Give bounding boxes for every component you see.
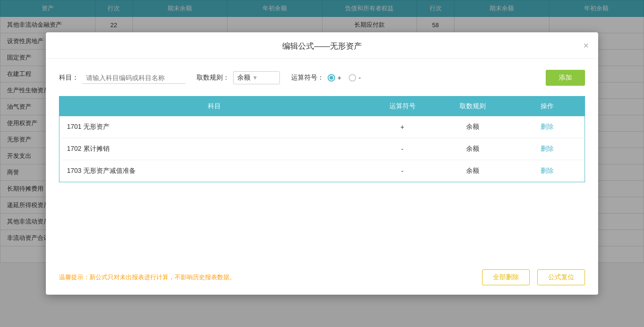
operator-group: 运算符号： + - bbox=[291, 74, 361, 82]
footer-buttons: 全部删除 公式复位 bbox=[482, 269, 585, 285]
modal-overlay: 编辑公式——无形资产 × 科目： 取数规则： 余额 ▼ 运 bbox=[0, 0, 644, 327]
close-button[interactable]: × bbox=[583, 41, 589, 50]
radio-minus-label: - bbox=[359, 74, 361, 82]
row1-rule: 余额 bbox=[435, 116, 510, 138]
operator-radio-group: + - bbox=[328, 74, 361, 82]
modal-header: 编辑公式——无形资产 × bbox=[46, 32, 598, 59]
reset-button[interactable]: 公式复位 bbox=[537, 269, 585, 285]
delete-all-button[interactable]: 全部删除 bbox=[482, 269, 530, 285]
radio-plus-circle bbox=[328, 74, 335, 82]
table-row: 1703 无形资产减值准备 - 余额 删除 bbox=[59, 160, 585, 182]
delete-link-1[interactable]: 删除 bbox=[541, 123, 554, 130]
modal-footer: 温馨提示：新公式只对未出报表进行计算，不影响历史报表数据。 全部删除 公式复位 bbox=[46, 262, 598, 295]
subject-label: 科目： bbox=[59, 74, 79, 82]
radio-plus-label: + bbox=[337, 74, 341, 82]
add-button[interactable]: 添加 bbox=[546, 70, 585, 86]
row2-operator: - bbox=[370, 138, 435, 160]
modal-dialog: 编辑公式——无形资产 × 科目： 取数规则： 余额 ▼ 运 bbox=[46, 32, 598, 295]
th-subject: 科目 bbox=[59, 97, 370, 117]
row3-operator: - bbox=[370, 160, 435, 182]
table-row: 1701 无形资产 + 余额 删除 bbox=[59, 116, 585, 138]
row1-operator: + bbox=[370, 116, 435, 138]
rule-select[interactable]: 余额 ▼ bbox=[233, 71, 280, 84]
subject-input[interactable] bbox=[82, 72, 185, 84]
form-row: 科目： 取数规则： 余额 ▼ 运算符号： + bbox=[59, 70, 585, 86]
rule-value: 余额 bbox=[237, 74, 250, 82]
formula-table: 科目 运算符号 取数规则 操作 1701 无形资产 + 余额 删除 bbox=[59, 96, 585, 182]
radio-minus[interactable]: - bbox=[349, 74, 361, 82]
radio-minus-circle bbox=[349, 74, 356, 82]
row3-action: 删除 bbox=[510, 160, 585, 182]
radio-plus[interactable]: + bbox=[328, 74, 341, 82]
delete-link-3[interactable]: 删除 bbox=[541, 167, 554, 174]
delete-link-2[interactable]: 删除 bbox=[541, 145, 554, 152]
row3-subject: 1703 无形资产减值准备 bbox=[59, 160, 370, 182]
th-operator: 运算符号 bbox=[370, 97, 435, 117]
row2-action: 删除 bbox=[510, 138, 585, 160]
row2-rule: 余额 bbox=[435, 138, 510, 160]
th-rule: 取数规则 bbox=[435, 97, 510, 117]
th-action: 操作 bbox=[510, 97, 585, 117]
rule-group: 取数规则： 余额 ▼ bbox=[197, 71, 280, 84]
row2-subject: 1702 累计摊销 bbox=[59, 138, 370, 160]
footer-tip: 温馨提示：新公式只对未出报表进行计算，不影响历史报表数据。 bbox=[59, 273, 235, 282]
dropdown-arrow-icon: ▼ bbox=[252, 74, 258, 81]
operator-label: 运算符号： bbox=[291, 74, 324, 82]
row3-rule: 余额 bbox=[435, 160, 510, 182]
table-row: 1702 累计摊销 - 余额 删除 bbox=[59, 138, 585, 160]
rule-label: 取数规则： bbox=[197, 74, 229, 82]
subject-group: 科目： bbox=[59, 72, 185, 84]
modal-body: 科目： 取数规则： 余额 ▼ 运算符号： + bbox=[46, 59, 598, 262]
modal-title: 编辑公式——无形资产 bbox=[282, 42, 362, 51]
row1-action: 删除 bbox=[510, 116, 585, 138]
row1-subject: 1701 无形资产 bbox=[59, 116, 370, 138]
